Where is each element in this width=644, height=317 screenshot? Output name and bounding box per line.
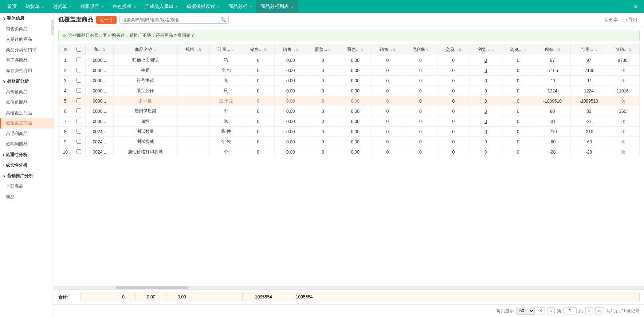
nav-home[interactable]: 首页 <box>3 0 21 13</box>
close-icon[interactable]: × <box>176 4 178 9</box>
close-icon[interactable]: × <box>217 4 219 9</box>
close-icon[interactable]: × <box>134 4 136 9</box>
row-checkbox[interactable] <box>72 96 86 106</box>
col-available[interactable]: 可用...⇅ <box>571 44 607 55</box>
col-transaction[interactable]: 交易...⇅ <box>437 44 470 55</box>
scroll-thumb[interactable] <box>116 286 189 289</box>
row-browse1[interactable]: 0 <box>470 86 502 96</box>
sidebar-section-wealth[interactable]: ∨ 类财富分析 <box>0 76 54 87</box>
sidebar-item-low-value[interactable]: 低价值商品 <box>0 97 54 108</box>
row-browse2: 0 <box>502 127 534 137</box>
row-checkbox[interactable] <box>72 116 86 127</box>
row-browse1[interactable]: 0 <box>470 127 502 137</box>
nav-goods-analysis-list[interactable]: 商品分析列表 × <box>256 0 298 13</box>
last-page-button[interactable]: >| <box>595 307 604 314</box>
sidebar-item-traded-goods[interactable]: 交易过的商品 <box>0 34 54 45</box>
nav-purchase-order[interactable]: 进货单 × <box>48 0 76 13</box>
sidebar-section-growth[interactable]: › 成长性分析 <box>0 160 54 171</box>
row-browse1[interactable]: 0 <box>470 76 502 86</box>
page-size-select[interactable]: 50 100 200 <box>516 307 535 315</box>
row-gross-rate: 0 <box>404 116 437 127</box>
row-checkbox[interactable] <box>72 137 86 147</box>
close-icon[interactable]: × <box>69 4 71 9</box>
row-browse1[interactable]: 0 <box>470 96 502 106</box>
col-name[interactable]: 商品名称⇅ <box>113 44 177 55</box>
row-browse1[interactable]: 0 <box>470 116 502 127</box>
col-browse2[interactable]: 浏览...⇅ <box>502 44 534 55</box>
first-page-button[interactable]: K <box>537 307 545 314</box>
row-checkbox[interactable] <box>72 55 86 66</box>
col-sellable[interactable]: 可销...⇅ <box>607 44 640 55</box>
row-num: 3 <box>59 76 72 86</box>
col-current[interactable]: 现有...⇅ <box>534 44 571 55</box>
close-icon[interactable]: × <box>291 4 293 9</box>
row-current: 1224 <box>534 86 571 96</box>
sidebar-section-overview[interactable]: ∨ 整体信息 <box>0 13 54 24</box>
col-coverage1[interactable]: 覆盖...⇅ <box>307 44 339 55</box>
sidebar-section-liquidity[interactable]: › 流通性分析 <box>0 150 54 160</box>
settings-icon[interactable]: ⚙ <box>63 47 67 52</box>
share-button[interactable]: ⎘ 分享 <box>603 16 620 24</box>
close-icon[interactable]: × <box>250 4 252 9</box>
row-browse1[interactable]: 0 <box>470 106 502 116</box>
nav-template-settings[interactable]: 单据模板设置 × <box>182 0 224 13</box>
row-coverage1: 0 <box>307 55 339 66</box>
export-button[interactable]: ↑ 导出 <box>623 16 640 24</box>
sidebar-item-sales-goods[interactable]: 销售类商品 <box>0 24 54 34</box>
col-settings[interactable]: ⚙ <box>59 44 72 55</box>
row-checkbox[interactable] <box>72 66 86 76</box>
col-sales2[interactable]: 销售...⇅ <box>372 44 404 55</box>
col-spec[interactable]: 规格...⇅ <box>177 44 210 55</box>
row-checkbox[interactable] <box>72 76 86 86</box>
sidebar-item-all-goods[interactable]: 全部商品 <box>0 181 54 192</box>
row-spec <box>177 127 210 137</box>
horizontal-scrollbar[interactable] <box>54 286 644 289</box>
col-sales-amount[interactable]: 销售...⇅ <box>274 44 307 55</box>
nav-permission[interactable]: 权限设置 × <box>76 0 108 13</box>
row-available: -7105 <box>571 66 607 76</box>
next-page-button[interactable]: > <box>585 307 593 314</box>
row-browse1[interactable]: 0 <box>470 66 502 76</box>
page-number-input[interactable] <box>564 307 577 314</box>
sidebar-section-marketing[interactable]: ∨ 营销推广分析 <box>0 171 54 181</box>
sidebar-item-new-goods[interactable]: 新品 <box>0 192 54 202</box>
col-code[interactable]: 商...⇅ <box>86 44 114 55</box>
sidebar-collapse-button[interactable]: « <box>51 20 54 35</box>
row-checkbox[interactable] <box>72 86 86 96</box>
prev-page-button[interactable]: < <box>547 307 555 314</box>
row-browse1[interactable]: 0 <box>470 55 502 66</box>
row-browse1[interactable]: 0 <box>470 147 502 157</box>
row-checkbox[interactable] <box>72 147 86 157</box>
nav-sales-order[interactable]: 销货单 × <box>21 0 48 13</box>
sidebar-item-low-margin[interactable]: 低毛利商品 <box>0 139 54 150</box>
window-close-button[interactable]: ✕ <box>631 3 641 10</box>
sidebar-item-high-value[interactable]: 高价值商品 <box>0 87 54 97</box>
sidebar-item-stock-goods[interactable]: 有库存商品 <box>0 55 54 66</box>
select-all-checkbox[interactable] <box>76 47 81 52</box>
sidebar-item-category-sales-rate[interactable]: 商品分类动销率 <box>0 45 54 55</box>
row-checkbox[interactable] <box>72 127 86 137</box>
row-checkbox[interactable] <box>72 106 86 116</box>
col-unit[interactable]: 计量...⇅ <box>210 44 242 55</box>
row-available: -28 <box>571 147 607 157</box>
close-icon[interactable]: × <box>102 4 104 9</box>
col-sales-qty[interactable]: 销售...⇅ <box>242 44 275 55</box>
close-icon[interactable]: × <box>42 4 44 9</box>
nav-goods-analysis[interactable]: 商品分析 × <box>224 0 256 13</box>
sidebar-item-stock-capital[interactable]: 库存资金占用 <box>0 66 54 76</box>
search-input[interactable] <box>122 17 220 23</box>
row-browse1[interactable]: 0 <box>470 137 502 147</box>
col-browse1[interactable]: 浏览...⇅ <box>470 44 502 55</box>
col-gross-rate[interactable]: 毛利率⇅ <box>404 44 437 55</box>
row-current: -31 <box>534 116 571 127</box>
sidebar-item-low-coverage[interactable]: 低覆盖度商品 <box>0 118 54 128</box>
sidebar-item-high-coverage[interactable]: 高覆盖度商品 <box>0 108 54 118</box>
nav-product-warehousing[interactable]: 产成品入库单 × <box>141 0 182 13</box>
table-row: 30000...符号测试克00.0000.0000000-11-110: <box>59 76 640 86</box>
sidebar-item-high-margin[interactable]: 高毛利商品 <box>0 128 54 139</box>
col-coverage2[interactable]: 覆盖...⇅ <box>339 44 372 55</box>
search-icon[interactable]: 🔍 <box>220 17 226 23</box>
nav-role-auth[interactable]: 角色授权 × <box>108 0 140 13</box>
period-button[interactable]: 近一月 <box>96 16 117 24</box>
row-unit: 只 <box>210 86 242 96</box>
